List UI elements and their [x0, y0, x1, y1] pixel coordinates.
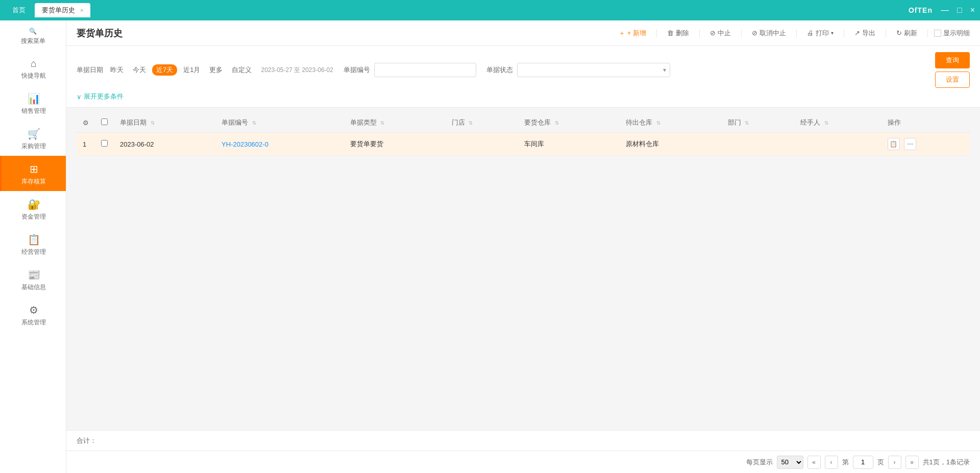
bill-no-label: 单据编号 — [344, 65, 370, 75]
minimize-icon[interactable]: — — [941, 6, 949, 15]
sidebar-item-finance[interactable]: 🔐 资金管理 — [0, 191, 66, 226]
sort-handler-icon[interactable]: ⇅ — [824, 120, 828, 126]
table-area: ⚙ 单据日期 ⇅ 单据编号 ⇅ 单据类型 — [66, 108, 980, 430]
bill-status-input[interactable] — [517, 63, 670, 77]
per-page-select[interactable]: 10 20 50 100 — [777, 456, 803, 469]
footer-sum: 合计： — [66, 430, 980, 451]
sort-req-warehouse-icon[interactable]: ⇅ — [555, 120, 559, 126]
sep1 — [656, 29, 657, 37]
refresh-icon: ↻ — [896, 29, 902, 37]
close-tab-icon[interactable]: × — [80, 7, 83, 13]
row-select-checkbox[interactable] — [101, 140, 108, 147]
sidebar-item-system[interactable]: ⚙ 系统管理 — [0, 297, 66, 332]
tab-home-label: 首页 — [12, 6, 26, 15]
date-tab-today[interactable]: 今天 — [130, 64, 149, 76]
cancel-stop-button[interactable]: ⊘ 取消中止 — [748, 27, 790, 40]
row-view-button[interactable]: 📋 — [888, 138, 900, 150]
sep7 — [927, 29, 928, 37]
date-tab-custom[interactable]: 自定义 — [229, 64, 255, 76]
data-table: ⚙ 单据日期 ⇅ 单据编号 ⇅ 单据类型 — [77, 113, 970, 156]
query-button[interactable]: 查询 — [935, 52, 970, 68]
date-tab-1month[interactable]: 近1月 — [180, 64, 203, 76]
table-header-settings[interactable]: ⚙ — [77, 113, 95, 133]
page-number-input[interactable] — [853, 456, 873, 469]
select-all-checkbox[interactable] — [101, 119, 108, 125]
date-tab-yesterday[interactable]: 昨天 — [107, 64, 127, 76]
date-tab-more[interactable]: 更多 — [206, 64, 226, 76]
refresh-label: 刷新 — [904, 29, 917, 38]
new-button[interactable]: ＋ + 新增 — [615, 27, 650, 40]
sep3 — [741, 29, 742, 37]
bill-no-filter: 单据编号 — [344, 63, 476, 77]
sort-date-icon[interactable]: ⇅ — [151, 120, 155, 126]
last-page-button[interactable]: » — [905, 456, 919, 469]
table-header-pending-warehouse: 待出仓库 ⇅ — [620, 113, 721, 133]
display-cell-checkbox[interactable] — [934, 30, 941, 37]
delete-icon: 🗑 — [667, 29, 674, 37]
sort-store-icon[interactable]: ⇅ — [469, 120, 473, 126]
sidebar-item-quick-nav[interactable]: ⌂ 快捷导航 — [0, 51, 66, 85]
bill-no-input[interactable] — [374, 63, 476, 77]
next-page-button[interactable]: › — [888, 456, 901, 469]
sort-pending-warehouse-icon[interactable]: ⇅ — [656, 120, 660, 126]
sidebar-item-label: 库存核算 — [21, 177, 46, 186]
bill-no-link[interactable]: YH-20230602-0 — [222, 140, 268, 148]
sidebar-item-basic-info[interactable]: 📰 基础信息 — [0, 262, 66, 297]
filter-area: 单据日期 昨天 今天 近7天 近1月 更多 自定义 2023-05-27 至 2… — [66, 46, 980, 108]
table-header-checkbox[interactable] — [95, 113, 114, 133]
lock-icon: 🔐 — [28, 198, 40, 210]
prev-page-button[interactable]: ‹ — [825, 456, 838, 469]
bill-status-dropdown-icon[interactable]: ▾ — [663, 66, 666, 74]
sum-label: 合计： — [77, 436, 96, 445]
filter-row: 单据日期 昨天 今天 近7天 近1月 更多 自定义 2023-05-27 至 2… — [77, 52, 970, 88]
row-actions: 📋 ⋯ — [881, 133, 970, 156]
row-bill-no[interactable]: YH-20230602-0 — [215, 133, 344, 156]
total-info: 共1页，1条记录 — [923, 458, 970, 467]
tab-active-label: 要货单历史 — [42, 6, 75, 15]
tab-home[interactable]: 首页 — [5, 3, 33, 17]
top-bar: 首页 要货单历史 × OfTEn — □ × — [0, 0, 980, 20]
cart-icon: 🛒 — [28, 128, 40, 140]
sidebar-item-purchase[interactable]: 🛒 采购管理 — [0, 121, 66, 156]
date-tab-7days[interactable]: 近7天 — [152, 64, 177, 76]
export-icon: ↗ — [854, 29, 860, 37]
sidebar-item-label: 快捷导航 — [21, 72, 46, 80]
sidebar-search[interactable]: 🔍 搜索菜单 — [0, 20, 66, 51]
sidebar-item-label: 经营管理 — [21, 248, 46, 256]
sidebar-item-sales[interactable]: 📊 销售管理 — [0, 85, 66, 121]
table-header: ⚙ 单据日期 ⇅ 单据编号 ⇅ 单据类型 — [77, 113, 970, 133]
row-handler — [794, 133, 881, 156]
stop-button[interactable]: ⊘ 中止 — [706, 27, 735, 40]
sidebar: 🔍 搜索菜单 ⌂ 快捷导航 📊 销售管理 🛒 采购管理 ⊞ 库存核算 🔐 资金管… — [0, 20, 66, 473]
refresh-button[interactable]: ↻ 刷新 — [892, 27, 921, 40]
table-header-bill-no: 单据编号 ⇅ — [215, 113, 344, 133]
settings-button[interactable]: 设置 — [935, 72, 970, 88]
cancel-stop-label: 取消中止 — [760, 29, 786, 38]
first-page-button[interactable]: « — [807, 456, 821, 469]
sort-department-icon[interactable]: ⇅ — [745, 120, 749, 126]
chevron-down-icon: ∨ — [77, 93, 82, 101]
expand-more-btn[interactable]: ∨ 展开更多条件 — [77, 92, 970, 101]
row-req-warehouse: 车间库 — [518, 133, 620, 156]
sidebar-item-inventory[interactable]: ⊞ 库存核算 — [0, 156, 66, 191]
chart-icon: 📊 — [28, 92, 40, 105]
row-more-button[interactable]: ⋯ — [904, 138, 916, 150]
sort-bill-no-icon[interactable]: ⇅ — [252, 120, 256, 126]
delete-button[interactable]: 🗑 删除 — [663, 27, 693, 40]
window-close-icon[interactable]: × — [970, 6, 975, 15]
stop-label: 中止 — [718, 29, 731, 38]
print-button[interactable]: 🖨 打印 ▾ — [803, 27, 838, 40]
maximize-icon[interactable]: □ — [957, 6, 962, 15]
bill-status-filter: 单据状态 ▾ — [486, 63, 670, 77]
sort-bill-type-icon[interactable]: ⇅ — [380, 120, 384, 126]
tab-active[interactable]: 要货单历史 × — [35, 3, 90, 17]
filter-buttons: 查询 设置 — [935, 52, 970, 88]
row-checkbox[interactable] — [95, 133, 114, 156]
row-index: 1 — [77, 133, 95, 156]
date-range-display: 2023-05-27 至 2023-06-02 — [261, 66, 333, 75]
sep2 — [699, 29, 700, 37]
print-chevron-icon: ▾ — [831, 30, 834, 36]
display-cell-button[interactable]: 显示明细 — [934, 29, 970, 38]
export-button[interactable]: ↗ 导出 — [850, 27, 879, 40]
sidebar-item-operations[interactable]: 📋 经营管理 — [0, 226, 66, 262]
